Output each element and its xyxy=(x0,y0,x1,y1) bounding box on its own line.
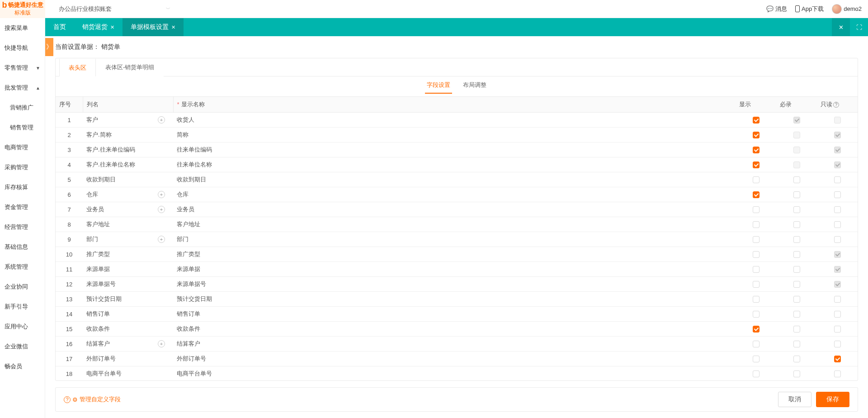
sidemenu-item[interactable]: 应用中心 xyxy=(0,317,45,337)
app-download-button[interactable]: App下载 xyxy=(795,5,824,13)
sidemenu-item[interactable]: 畅会员 xyxy=(0,356,45,376)
checkbox[interactable] xyxy=(834,341,841,347)
display-name-cell[interactable]: 来源单据 xyxy=(173,262,736,277)
display-name-cell[interactable]: 电商平台单号 xyxy=(173,366,736,381)
checkbox[interactable] xyxy=(793,236,800,243)
checkbox[interactable] xyxy=(753,206,760,213)
add-icon[interactable]: + xyxy=(158,236,165,243)
display-name-cell[interactable]: 客户地址 xyxy=(173,217,736,232)
add-icon[interactable]: + xyxy=(158,191,165,198)
sub-tab[interactable]: 布局调整 xyxy=(461,78,488,94)
checkbox[interactable] xyxy=(834,236,841,243)
sidemenu-item[interactable]: 快捷导航 xyxy=(0,38,45,58)
checkbox[interactable] xyxy=(753,147,760,153)
sidemenu-item[interactable]: 资金管理 xyxy=(0,197,45,217)
checkbox[interactable] xyxy=(753,311,760,318)
nav-tab[interactable]: 单据模板设置✕ xyxy=(123,18,184,36)
collapse-toggle[interactable]: 》 xyxy=(45,38,53,56)
manage-custom-fields-link[interactable]: ? ⚙ 管理自定义字段 xyxy=(64,395,121,404)
checkbox[interactable] xyxy=(753,370,760,377)
fullscreen-button[interactable]: ⛶ xyxy=(850,18,868,36)
display-name-cell[interactable]: 部门 xyxy=(173,232,736,247)
display-name-cell[interactable]: 往来单位名称 xyxy=(173,157,736,172)
display-name-cell[interactable]: 简称 xyxy=(173,128,736,142)
messages-button[interactable]: 💬 消息 xyxy=(766,5,787,13)
display-name-cell[interactable]: 收货人 xyxy=(173,113,736,128)
checkbox[interactable] xyxy=(753,117,760,124)
checkbox[interactable] xyxy=(793,326,800,332)
close-all-tabs-button[interactable]: ✕ xyxy=(832,18,850,36)
checkbox[interactable] xyxy=(793,296,800,303)
sidemenu-item[interactable]: 零售管理▼ xyxy=(0,58,45,78)
user-menu[interactable]: demo2 xyxy=(832,4,862,14)
sidemenu-item[interactable]: 企业微信 xyxy=(0,337,45,356)
checkbox[interactable] xyxy=(834,176,841,183)
display-name-cell[interactable]: 收款到期日 xyxy=(173,172,736,187)
checkbox[interactable] xyxy=(753,162,760,168)
checkbox[interactable] xyxy=(753,341,760,347)
checkbox[interactable] xyxy=(834,370,841,377)
checkbox[interactable] xyxy=(753,221,760,228)
nav-tab[interactable]: 销货退货✕ xyxy=(74,18,123,36)
save-button[interactable]: 保存 xyxy=(816,392,849,407)
display-name-cell[interactable]: 推广类型 xyxy=(173,247,736,262)
checkbox[interactable] xyxy=(753,356,760,362)
add-icon[interactable]: + xyxy=(158,206,165,213)
sidemenu-item[interactable]: 库存核算 xyxy=(0,177,45,197)
checkbox[interactable] xyxy=(753,236,760,243)
checkbox[interactable] xyxy=(834,311,841,318)
checkbox[interactable] xyxy=(793,311,800,318)
display-name-cell[interactable]: 外部订单号 xyxy=(173,352,736,366)
checkbox[interactable] xyxy=(793,266,800,273)
help-icon[interactable]: ? xyxy=(833,102,839,108)
page-tab[interactable]: 表头区 xyxy=(59,58,96,76)
checkbox[interactable] xyxy=(793,206,800,213)
display-name-cell[interactable]: 业务员 xyxy=(173,202,736,217)
close-icon[interactable]: ✕ xyxy=(110,24,114,30)
add-icon[interactable]: + xyxy=(158,340,165,347)
page-tab[interactable]: 表体区-销货单明细 xyxy=(96,58,164,76)
sidemenu-item[interactable]: 批发管理▲ xyxy=(0,78,45,98)
checkbox[interactable] xyxy=(753,251,760,258)
checkbox[interactable] xyxy=(793,221,800,228)
display-name-cell[interactable]: 结算客户 xyxy=(173,337,736,352)
checkbox[interactable] xyxy=(793,281,800,288)
checkbox[interactable] xyxy=(753,281,760,288)
display-name-cell[interactable]: 往来单位编码 xyxy=(173,142,736,157)
sub-tab[interactable]: 字段设置 xyxy=(425,78,452,94)
sidemenu-item[interactable]: 系统管理 xyxy=(0,257,45,277)
nav-tab[interactable]: 首页 xyxy=(45,18,74,36)
checkbox[interactable] xyxy=(793,176,800,183)
checkbox[interactable] xyxy=(834,191,841,198)
sidemenu-item[interactable]: 采购管理 xyxy=(0,157,45,177)
sidemenu-item[interactable]: 电商管理 xyxy=(0,138,45,157)
checkbox[interactable] xyxy=(834,206,841,213)
display-name-cell[interactable]: 仓库 xyxy=(173,187,736,202)
close-icon[interactable]: ✕ xyxy=(171,24,175,30)
checkbox[interactable] xyxy=(793,341,800,347)
sidemenu-item[interactable]: 搜索菜单 xyxy=(0,18,45,38)
checkbox[interactable] xyxy=(834,296,841,303)
display-name-cell[interactable]: 销售订单 xyxy=(173,307,736,322)
sidemenu-subitem[interactable]: 销售管理 xyxy=(0,118,45,138)
checkbox[interactable] xyxy=(834,356,841,362)
checkbox[interactable] xyxy=(793,251,800,258)
checkbox[interactable] xyxy=(753,296,760,303)
sidemenu-item[interactable]: 基础信息 xyxy=(0,237,45,257)
checkbox[interactable] xyxy=(793,370,800,377)
display-name-cell[interactable]: 来源单据号 xyxy=(173,277,736,292)
sidemenu-item[interactable]: 经营管理 xyxy=(0,217,45,237)
display-name-cell[interactable]: 预计交货日期 xyxy=(173,292,736,307)
sidemenu-item[interactable]: 新手引导 xyxy=(0,297,45,317)
display-name-cell[interactable]: 收款条件 xyxy=(173,322,736,337)
checkbox[interactable] xyxy=(753,191,760,198)
checkbox[interactable] xyxy=(753,326,760,332)
checkbox[interactable] xyxy=(793,191,800,198)
sidemenu-subitem[interactable]: 营销推广 xyxy=(0,98,45,118)
checkbox[interactable] xyxy=(834,326,841,332)
checkbox[interactable] xyxy=(753,266,760,273)
org-switcher[interactable]: 办公品行业模拟账套 ﹀ xyxy=(59,5,766,13)
checkbox[interactable] xyxy=(834,221,841,228)
checkbox[interactable] xyxy=(793,356,800,362)
checkbox[interactable] xyxy=(753,176,760,183)
